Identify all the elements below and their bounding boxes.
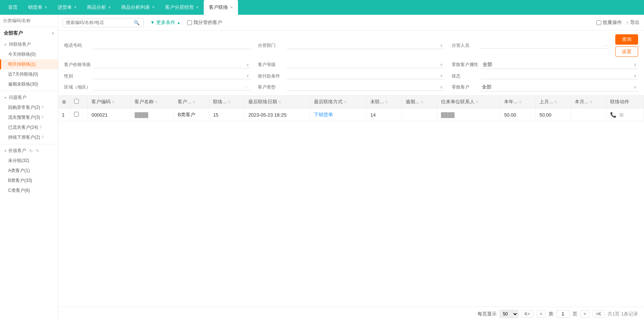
gender-select[interactable]: ∨ [93, 73, 251, 79]
th-last-contact-date[interactable]: 最后联络日期 [245, 96, 310, 108]
cell-unit-contact: ████ [437, 108, 500, 121]
th-customer-code[interactable]: 客户编码 [88, 96, 131, 108]
edit-icon[interactable]: ✎ [36, 148, 39, 153]
my-customers-checkbox[interactable]: 我分管的客户 [187, 19, 222, 26]
sidebar-divider-2 [0, 144, 58, 144]
last-page-btn[interactable]: >K [592, 310, 605, 318]
status-select[interactable]: ∨ [480, 73, 638, 79]
sidebar-item-c-class[interactable]: C类客户(6) [0, 186, 58, 196]
th-overdue[interactable]: 逾期... [402, 96, 437, 108]
nav-product-analysis[interactable]: 商品分析 × [82, 0, 116, 15]
collapse-icon: « [52, 31, 54, 36]
cell-this-month [571, 108, 606, 121]
sidebar-item-declining[interactable]: 持续下滑客户(2) ? [0, 132, 58, 142]
sidebar-item-churn-warning[interactable]: 流失预警客户(3) ? [0, 113, 58, 122]
search-input[interactable] [66, 20, 132, 25]
th-this-month[interactable]: 本月... [571, 96, 606, 108]
filter-customer-level-row: 客户等级 ∨ [258, 61, 444, 69]
customer-type-select[interactable]: ∨ [287, 84, 444, 91]
nav-product-analysis-list[interactable]: 商品分析列表 × [116, 0, 160, 15]
region-dots-icon[interactable]: ··· [246, 85, 249, 89]
region-label: 区域（地区） [64, 84, 91, 90]
batch-operation-btn[interactable]: 批量操作 [596, 19, 622, 26]
th-uncontacted[interactable]: 未联... [367, 96, 402, 108]
action-phone-icon[interactable]: 📞 [610, 112, 616, 118]
sidebar-search-input[interactable] [3, 18, 58, 23]
first-page-btn[interactable]: K< [521, 310, 533, 318]
sidebar-all-customers[interactable]: 全部客户 « [0, 27, 58, 39]
nav-sales-order[interactable]: 销货单 × [23, 0, 52, 15]
sidebar-section-pending[interactable]: 待联络客户 [0, 39, 58, 49]
close-sales-order-icon[interactable]: × [45, 5, 47, 10]
action-buttons: 查询 设置 [615, 34, 638, 57]
sidebar-item-repurchase-anomaly[interactable]: 回购异常客户(2) ? [0, 103, 58, 113]
cell-last-method[interactable]: 下销货单 [310, 108, 366, 121]
search-box[interactable]: 🔍 [63, 18, 144, 27]
th-unit-contact[interactable]: 往来单位联系人 [437, 96, 500, 108]
close-product-analysis-list-icon[interactable]: × [152, 5, 155, 10]
customer-level-select[interactable]: ∨ [287, 62, 444, 68]
sidebar-item-churned[interactable]: 已流失客户(24) ? [0, 122, 58, 132]
filter-status-row: 状态 ∨ [452, 73, 638, 79]
dept-select[interactable]: ∨ [287, 42, 444, 49]
nav-purchase-order[interactable]: 进货单 × [52, 0, 82, 15]
page-input[interactable] [556, 310, 570, 318]
sidebar-item-a-class[interactable]: A类客户(1) [0, 166, 58, 176]
search-icon[interactable]: 🔍 [134, 20, 140, 25]
sidebar-item-overdue-contact[interactable]: 逾期未联络(30) [0, 79, 58, 89]
reset-btn[interactable]: 设置 [615, 46, 638, 57]
person-dots-icon[interactable]: ··· [604, 43, 607, 48]
phone-label: 电话号码 [64, 42, 90, 49]
export-btn[interactable]: ↑ 导出 [626, 19, 640, 26]
nav-home[interactable]: 首页 [3, 0, 23, 15]
action-qr-icon[interactable]: ⊞ [619, 112, 624, 118]
close-purchase-order-icon[interactable]: × [74, 5, 77, 10]
phone-input[interactable] [93, 42, 251, 49]
th-customer-type[interactable]: 客户... [174, 96, 209, 108]
row-checkbox[interactable] [74, 112, 79, 117]
per-page-select[interactable]: 50 100 200 [500, 310, 518, 318]
cell-action: 📞 ⊞ [606, 108, 644, 121]
batch-check[interactable] [596, 20, 601, 25]
sidebar-section-problem[interactable]: 问题客户 [0, 93, 58, 103]
sidebar-item-7days-contact[interactable]: 近7天待联络(0) [0, 69, 58, 79]
sidebar-item-ungrouped[interactable]: 未分组(32) [0, 156, 58, 166]
retail-customer-select[interactable]: 全部 ∨ [480, 83, 638, 92]
query-btn[interactable]: 查询 [615, 34, 638, 45]
more-conditions-btn[interactable]: ▼ 更多条件 ▲ [147, 18, 183, 27]
nav-customer-contact[interactable]: 客户联络 × [204, 0, 238, 15]
price-level-chevron-icon: ∨ [246, 62, 249, 67]
th-gear[interactable]: ⚙ [58, 96, 70, 108]
th-checkbox[interactable] [70, 96, 88, 108]
sidebar-item-b-class[interactable]: B类客户(33) [0, 176, 58, 186]
filter-customer-type-row: 客户类型 ∨ [258, 83, 444, 92]
th-customer-name[interactable]: 客户名称 [131, 96, 174, 108]
th-this-year[interactable]: 本年... [500, 96, 536, 108]
sidebar-item-tomorrow-contact[interactable]: 明天待联络(1) [0, 59, 58, 69]
last-method-link[interactable]: 下销货单 [314, 112, 333, 117]
retail-attr-select[interactable]: 全部 ∨ [481, 61, 638, 69]
region-field[interactable]: ··· [94, 84, 251, 90]
close-product-analysis-icon[interactable]: × [108, 5, 111, 10]
th-last-month[interactable]: 上月... [536, 96, 571, 108]
close-customer-contact-icon[interactable]: × [230, 5, 233, 10]
price-level-select[interactable]: ∨ [94, 62, 251, 68]
table-body: 1 000021 ████ B类客户 15 2023-05-23 18:25: … [58, 108, 644, 121]
sidebar-divider-1 [0, 91, 58, 91]
payment-select[interactable]: ∨ [287, 73, 444, 79]
prev-page-btn[interactable]: < [536, 310, 546, 318]
sidebar-item-today-contact[interactable]: 今天待联络(0) [0, 49, 58, 59]
my-customers-check-input[interactable] [187, 20, 192, 25]
nav-customer-segmentation[interactable]: 客户分层经营 × [160, 0, 204, 15]
th-contact-count[interactable]: 联络... [209, 96, 245, 108]
retail-attr-chevron-icon: ∨ [634, 62, 637, 67]
sidebar-section-value[interactable]: 价值客户 ↻ ✎ [0, 146, 58, 156]
next-page-btn[interactable]: > [580, 310, 589, 318]
data-table-area: ⚙ 客户编码 客户名称 客户... 联络... 最后联络日期 最后联络方式 未联… [58, 96, 644, 307]
person-field[interactable]: ··· [480, 42, 609, 49]
th-last-contact-method[interactable]: 最后联络方式 [310, 96, 366, 108]
close-customer-segmentation-icon[interactable]: × [196, 5, 199, 10]
refresh-icon[interactable]: ↻ [29, 148, 33, 153]
select-all-checkbox[interactable] [74, 99, 79, 104]
cell-checkbox[interactable] [70, 108, 88, 121]
